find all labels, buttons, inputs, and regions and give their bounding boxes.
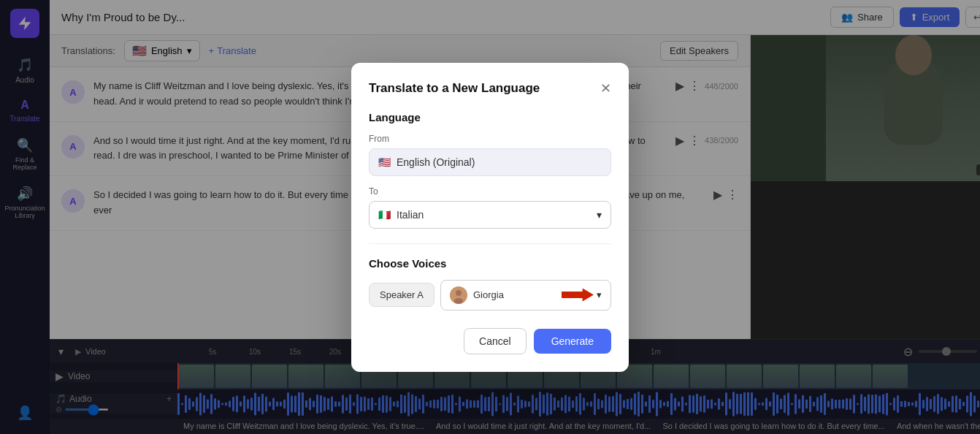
from-flag: 🇺🇸: [378, 156, 391, 168]
voice-chevron-icon: ▾: [597, 289, 602, 300]
from-field-label: From: [369, 134, 611, 144]
translate-modal: Translate to a New Language ✕ Language F…: [351, 63, 629, 372]
speaker-tag: Speaker A: [369, 283, 435, 307]
to-flag: 🇮🇹: [378, 209, 391, 221]
cancel-button[interactable]: Cancel: [464, 328, 527, 354]
from-value: English (Original): [397, 156, 475, 168]
to-chevron-icon: ▾: [597, 209, 602, 221]
modal-close-button[interactable]: ✕: [600, 80, 611, 96]
modal-overlay: Translate to a New Language ✕ Language F…: [0, 0, 980, 434]
language-section: Language From 🇺🇸 English (Original) To 🇮…: [369, 111, 611, 229]
generate-button[interactable]: Generate: [534, 329, 611, 354]
svg-point-221: [456, 290, 462, 296]
modal-title: Translate to a New Language: [369, 81, 540, 96]
modal-divider: [369, 243, 611, 244]
svg-point-222: [454, 298, 463, 304]
arrow-indicator: [562, 289, 594, 302]
choose-voices-section: Choose Voices Speaker A Giorgia: [369, 257, 611, 311]
modal-header: Translate to a New Language ✕: [369, 80, 611, 96]
choose-voices-label: Choose Voices: [369, 257, 611, 270]
language-section-label: Language: [369, 111, 611, 123]
modal-footer: Cancel Generate: [369, 328, 611, 354]
voice-row: Speaker A Giorgia: [369, 280, 611, 311]
to-value: Italian: [397, 209, 424, 221]
voice-name: Giorgia: [473, 289, 504, 300]
from-input: 🇺🇸 English (Original): [369, 148, 611, 176]
to-select[interactable]: 🇮🇹 Italian ▾: [369, 201, 611, 229]
voice-avatar: [450, 286, 467, 304]
voice-select[interactable]: Giorgia ▾: [440, 280, 611, 311]
to-field-label: To: [369, 186, 611, 197]
